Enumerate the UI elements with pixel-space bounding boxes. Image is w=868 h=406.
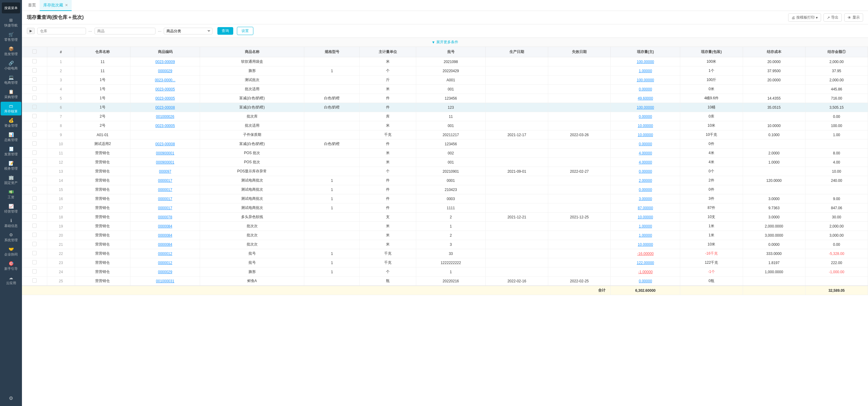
sidebar-item-cloud[interactable]: ☁ 云应用 bbox=[1, 273, 21, 287]
row-checkbox[interactable] bbox=[32, 123, 37, 127]
product-input[interactable] bbox=[94, 28, 155, 34]
export-button[interactable]: ↗ 导出 bbox=[824, 13, 842, 22]
display-button[interactable]: 👁 显示 bbox=[844, 13, 863, 22]
row-code[interactable]: 0023-00008 bbox=[130, 139, 200, 149]
row-code[interactable]: 0000084 bbox=[130, 222, 200, 231]
row-checkbox[interactable] bbox=[32, 114, 37, 118]
row-qty-main[interactable]: 1.00000 bbox=[611, 231, 680, 240]
row-checkbox[interactable] bbox=[32, 187, 37, 191]
row-checkbox[interactable] bbox=[32, 87, 37, 91]
row-checkbox[interactable] bbox=[32, 96, 37, 100]
row-code[interactable]: 0000017 bbox=[130, 176, 200, 185]
select-all-checkbox[interactable] bbox=[32, 49, 37, 54]
row-checkbox[interactable] bbox=[32, 214, 37, 219]
query-button[interactable]: 查询 bbox=[217, 27, 233, 35]
row-code[interactable]: 0023-00008 bbox=[130, 103, 200, 112]
sidebar-item-fixed-assets[interactable]: 🏢 固定资产 bbox=[1, 173, 21, 187]
row-check[interactable] bbox=[22, 185, 47, 194]
row-checkbox[interactable] bbox=[32, 132, 37, 136]
row-checkbox[interactable] bbox=[32, 233, 37, 237]
row-check[interactable] bbox=[22, 240, 47, 249]
row-code[interactable]: 0000017 bbox=[130, 194, 200, 203]
warehouse-input[interactable] bbox=[37, 28, 86, 34]
row-qty-main[interactable]: 10.00000 bbox=[611, 121, 680, 130]
sidebar-item-purchase[interactable]: 📋 采购管理 bbox=[1, 88, 21, 101]
row-check[interactable] bbox=[22, 203, 47, 212]
sidebar-item-newbie[interactable]: 🎯 新手引导 bbox=[1, 259, 21, 273]
row-check[interactable] bbox=[22, 57, 47, 66]
warehouse-ellipsis[interactable]: ··· bbox=[88, 29, 92, 34]
row-checkbox[interactable] bbox=[32, 59, 37, 63]
row-code[interactable]: 0023-00009 bbox=[130, 57, 200, 66]
row-code[interactable]: 0000029 bbox=[130, 267, 200, 276]
row-qty-main[interactable]: 10.00000 bbox=[611, 130, 680, 139]
sidebar-item-ops[interactable]: 📈 经营管理 bbox=[1, 202, 21, 216]
row-qty-main[interactable]: 122.00000 bbox=[611, 258, 680, 267]
row-code[interactable]: 000900001 bbox=[130, 149, 200, 158]
sidebar-item-ecom[interactable]: 💻 电商管理 bbox=[1, 73, 21, 87]
row-check[interactable] bbox=[22, 121, 47, 130]
row-code[interactable]: 0000084 bbox=[130, 240, 200, 249]
row-check[interactable] bbox=[22, 66, 47, 75]
row-qty-main[interactable]: 0.00000 bbox=[611, 167, 680, 176]
row-check[interactable] bbox=[22, 75, 47, 85]
row-code[interactable]: 001000026 bbox=[130, 112, 200, 121]
sidebar-item-base-info[interactable]: ℹ 基础信息 bbox=[1, 216, 21, 230]
row-qty-main[interactable]: 3.00000 bbox=[611, 194, 680, 203]
row-code[interactable]: 0023-00005 bbox=[130, 94, 200, 103]
row-qty-main[interactable]: 4.00000 bbox=[611, 158, 680, 167]
row-qty-main[interactable]: 87.00000 bbox=[611, 203, 680, 212]
row-qty-main[interactable]: 4.00000 bbox=[611, 149, 680, 158]
row-qty-main[interactable]: 10.00000 bbox=[611, 212, 680, 222]
row-check[interactable] bbox=[22, 276, 47, 286]
row-qty-main[interactable]: 100.00000 bbox=[611, 103, 680, 112]
row-checkbox[interactable] bbox=[32, 141, 37, 145]
row-code[interactable]: 001000031 bbox=[130, 276, 200, 286]
row-code[interactable]: 0000029 bbox=[130, 66, 200, 75]
row-qty-main[interactable]: 0.00000 bbox=[611, 276, 680, 286]
row-qty-main[interactable]: 0.00000 bbox=[611, 85, 680, 94]
row-check[interactable] bbox=[22, 212, 47, 222]
row-qty-main[interactable]: 0.00000 bbox=[611, 185, 680, 194]
row-checkbox[interactable] bbox=[32, 169, 37, 173]
row-qty-main[interactable]: -1.00000 bbox=[611, 267, 680, 276]
tab-close-icon[interactable]: ✕ bbox=[65, 3, 68, 7]
row-qty-main[interactable]: -16.00000 bbox=[611, 249, 680, 258]
sidebar-item-quick-nav[interactable]: ⊞ 快捷导航 bbox=[1, 16, 21, 30]
settings-button[interactable]: 设置 bbox=[237, 27, 253, 35]
sidebar-item-general[interactable]: 📊 总账管理 bbox=[1, 130, 21, 144]
row-code[interactable]: 000900001 bbox=[130, 158, 200, 167]
row-check[interactable] bbox=[22, 249, 47, 258]
row-check[interactable] bbox=[22, 194, 47, 203]
row-check[interactable] bbox=[22, 167, 47, 176]
row-checkbox[interactable] bbox=[32, 224, 37, 228]
sidebar-item-corp[interactable]: 🤝 企业协同 bbox=[1, 245, 21, 259]
row-checkbox[interactable] bbox=[32, 260, 37, 264]
sidebar-item-payroll[interactable]: 💵 工资 bbox=[1, 188, 21, 201]
row-qty-main[interactable]: 10.00000 bbox=[611, 240, 680, 249]
sidebar-item-mini-ecom[interactable]: 🔗 小链电商 bbox=[1, 59, 21, 72]
row-check[interactable] bbox=[22, 149, 47, 158]
row-check[interactable] bbox=[22, 222, 47, 231]
row-qty-main[interactable]: 2.00000 bbox=[611, 176, 680, 185]
row-checkbox[interactable] bbox=[32, 150, 37, 155]
row-qty-main[interactable]: 0.00000 bbox=[611, 139, 680, 149]
product-ellipsis[interactable]: ··· bbox=[158, 29, 162, 34]
row-code[interactable]: 0000012 bbox=[130, 258, 200, 267]
row-qty-main[interactable]: 100.00000 bbox=[611, 75, 680, 85]
row-checkbox[interactable] bbox=[32, 160, 37, 164]
row-code[interactable]: 0023-00005 bbox=[130, 85, 200, 94]
sidebar-item-inventory[interactable]: 🗃 库存核算 bbox=[1, 102, 21, 115]
row-code[interactable]: 0023-00005 bbox=[130, 121, 200, 130]
row-checkbox[interactable] bbox=[32, 242, 37, 246]
print-button[interactable]: 🖨 按模板打印 ▾ bbox=[788, 13, 821, 22]
row-check[interactable] bbox=[22, 176, 47, 185]
filter-expand-button[interactable]: ▶ bbox=[27, 28, 35, 34]
row-checkbox[interactable] bbox=[32, 269, 37, 273]
row-check[interactable] bbox=[22, 130, 47, 139]
sidebar-item-invoice[interactable]: 🧾 发票管理 bbox=[1, 145, 21, 158]
row-checkbox[interactable] bbox=[32, 196, 37, 200]
expand-conditions-button[interactable]: ▼ 展开更多条件 bbox=[432, 40, 459, 45]
row-check[interactable] bbox=[22, 112, 47, 121]
sidebar-item-wholesale[interactable]: 📦 批发管理 bbox=[1, 44, 21, 58]
